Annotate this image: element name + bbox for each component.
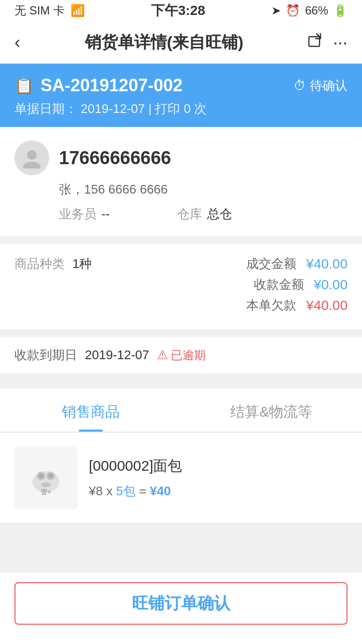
status-text: 待确认	[310, 77, 348, 94]
warehouse-value: 总仓	[207, 206, 232, 223]
clock-icon: ⏱	[293, 78, 306, 93]
bottom-bar: 旺铺订单确认	[0, 573, 362, 644]
customer-name: 张，156 6666 6666	[59, 181, 348, 198]
warehouse-label: 仓库	[177, 206, 202, 223]
received-amount-value: ¥0.00	[314, 277, 348, 293]
customer-card: 17666666666 张，156 6666 6666 业务员 -- 仓库 总仓	[0, 127, 362, 236]
summary-card: 商品种类 1种 成交金额 ¥40.00 收款金额 ¥0.00 本单欠款 ¥40.…	[0, 244, 362, 329]
price-qty: 5包	[116, 484, 135, 498]
status-bar: 无 SIM 卡 📶 下午3:28 ➤ ⏰ 66% 🔋	[0, 0, 362, 21]
overdue-text: 已逾期	[171, 348, 206, 363]
battery-label: 66%	[305, 4, 328, 17]
page-title: 销货单详情(来自旺铺)	[85, 31, 244, 54]
share-button[interactable]	[308, 32, 323, 53]
product-item: 管+ [0000002]面包 ¥8 x 5包 = ¥40	[0, 433, 362, 523]
svg-point-8	[41, 482, 51, 487]
deal-amount-label: 成交金额	[246, 255, 296, 272]
order-id: SA-20191207-002	[41, 75, 182, 96]
location-icon: ➤	[271, 4, 281, 17]
order-header: 📋 SA-20191207-002 ⏱ 待确认 单据日期： 2019-12-07…	[0, 64, 362, 127]
customer-phone: 17666666666	[59, 148, 171, 168]
svg-point-6	[39, 474, 43, 478]
svg-point-1	[27, 150, 37, 160]
overdue-icon: ⚠	[157, 348, 168, 363]
customer-avatar	[14, 140, 49, 175]
product-type-label: 商品种类	[14, 255, 65, 272]
product-info: [0000002]面包 ¥8 x 5包 = ¥40	[89, 456, 348, 500]
tab-products[interactable]: 销售商品	[0, 389, 181, 432]
price-formula: ¥8 x	[89, 484, 116, 498]
deal-amount-value: ¥40.00	[306, 256, 348, 272]
tabs-bar: 销售商品 结算&物流等	[0, 389, 362, 432]
status-right: ➤ ⏰ 66% 🔋	[271, 4, 348, 17]
back-button[interactable]: ‹	[14, 32, 20, 53]
customer-meta: 业务员 -- 仓库 总仓	[59, 206, 348, 223]
status-left: 无 SIM 卡 📶	[14, 3, 85, 18]
due-date-value: 2019-12-07	[85, 348, 149, 363]
confirm-button[interactable]: 旺铺订单确认	[14, 582, 348, 625]
wifi-icon: 📶	[70, 4, 85, 17]
due-date-card: 收款到期日 2019-12-07 ⚠ 已逾期	[0, 337, 362, 373]
more-button[interactable]: ···	[333, 32, 348, 53]
received-amount-label: 收款金额	[254, 276, 304, 293]
overdue-badge: ⚠ 已逾期	[157, 348, 206, 363]
order-status: ⏱ 待确认	[293, 77, 348, 94]
svg-point-2	[23, 162, 41, 168]
time-display: 下午3:28	[151, 1, 205, 20]
divider-2	[0, 329, 362, 337]
product-name: [0000002]面包	[89, 456, 348, 476]
nav-bar: ‹ 销货单详情(来自旺铺) ···	[0, 21, 362, 64]
price-equals: =	[136, 484, 150, 498]
balance-label: 本单欠款	[246, 297, 296, 314]
order-date: 单据日期： 2019-12-07 | 打印 0 次	[14, 100, 348, 117]
nav-left: ‹	[14, 32, 20, 53]
nav-right: ···	[308, 32, 348, 53]
alarm-icon: ⏰	[286, 4, 300, 17]
balance-value: ¥40.00	[306, 298, 348, 313]
order-icon: 📋	[14, 76, 34, 95]
price-total: ¥40	[150, 484, 170, 498]
product-image: 管+	[14, 447, 77, 509]
product-type-value: 1种	[72, 255, 92, 272]
sales-rep-label: 业务员	[59, 206, 97, 223]
sales-rep-value: --	[101, 207, 110, 222]
due-date-label: 收款到期日	[14, 347, 77, 364]
battery-icon: 🔋	[333, 4, 348, 17]
divider-1	[0, 236, 362, 244]
svg-point-7	[48, 474, 53, 478]
product-price: ¥8 x 5包 = ¥40	[89, 483, 348, 500]
no-sim-label: 无 SIM 卡	[14, 3, 65, 18]
svg-text:管+: 管+	[41, 488, 51, 496]
tab-settlement[interactable]: 结算&物流等	[181, 389, 362, 432]
divider-3	[0, 373, 362, 381]
